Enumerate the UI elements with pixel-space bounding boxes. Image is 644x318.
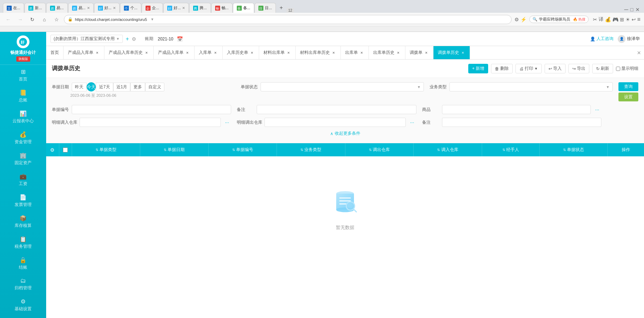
nav-tab-out-order-close[interactable]: ✕ — [359, 50, 364, 55]
delete-button[interactable]: 🗑 删除 — [491, 64, 513, 73]
nav-tab-mat-out-close[interactable]: ✕ — [286, 50, 291, 55]
nav-tab-home[interactable]: 首页 — [46, 46, 64, 60]
service-button[interactable]: 👤 人工咨询 — [590, 36, 613, 42]
th-doc-status[interactable]: ⇅ 单据状态 — [539, 143, 608, 156]
nav-tab-product-in[interactable]: 产成品入库单 ✕ — [64, 46, 104, 60]
nav-tab-transfer-close[interactable]: ✕ — [424, 50, 429, 55]
detail-in-input[interactable] — [80, 118, 221, 127]
nav-tab-in-order[interactable]: 入库单 ✕ — [195, 46, 223, 60]
select-all-checkbox[interactable] — [63, 147, 68, 152]
lightning-icon[interactable]: ⚡ — [520, 17, 526, 22]
th-out-warehouse[interactable]: ⇅ 调出仓库 — [345, 143, 414, 156]
sidebar-item-tax[interactable]: 📋 税务管理 — [0, 232, 46, 253]
browser-tab-11[interactable]: 各 各... — [233, 3, 254, 13]
nav-tab-product-in-close[interactable]: ✕ — [95, 50, 100, 55]
settings-org-icon[interactable]: ⚙ — [132, 36, 136, 42]
th-checkbox[interactable] — [59, 143, 72, 156]
show-cols-checkbox[interactable]: 显示明细 — [616, 66, 638, 72]
nav-tab-product-in2[interactable]: 产成品入库单 ✕ — [154, 46, 195, 60]
undo-icon[interactable]: ↩ — [632, 17, 636, 22]
reload-button[interactable]: ↻ — [28, 15, 37, 24]
nav-tab-transfer-history[interactable]: 调拨单历史 ✕ — [433, 46, 470, 60]
export-button[interactable]: ↪ 导出 — [568, 64, 589, 73]
close-button[interactable]: ✕ — [635, 7, 640, 12]
translate-icon[interactable]: 译 — [599, 16, 604, 23]
sidebar-item-salary[interactable]: 💼 工资 — [0, 169, 46, 190]
browser-tab-close-8[interactable]: ✕ — [182, 6, 185, 10]
org-selector[interactable]: (勿删勿禁用）江西服宝测试专用 ▼ — [50, 35, 123, 43]
all-close-icon[interactable]: ✕ — [637, 50, 641, 56]
date-btn-7days[interactable]: 近7天 — [96, 83, 113, 91]
browser-tab-9[interactable]: 腾 腾... — [189, 3, 211, 13]
nav-tab-product-in2-close[interactable]: ✕ — [185, 50, 190, 55]
nav-tab-out-history[interactable]: 出库单历史 ✕ — [369, 46, 405, 60]
sidebar-item-inventory[interactable]: 📦 库存核算 — [0, 211, 46, 232]
sidebar-item-archive[interactable]: 🗂 归档管理 — [0, 274, 46, 295]
minimize-button[interactable]: ─ — [624, 6, 628, 13]
add-org-button[interactable]: + — [126, 36, 129, 42]
detail-out-input[interactable] — [264, 118, 406, 127]
browser-tab-12[interactable]: 目 目... — [255, 3, 276, 13]
browser-tab-1[interactable]: 文 在... — [3, 3, 24, 13]
tab-nav-close[interactable]: ✕ — [634, 50, 644, 56]
theme-icon[interactable]: ☀ — [626, 17, 630, 22]
scissors-icon[interactable]: ✂ — [593, 17, 597, 22]
note2-input[interactable] — [442, 118, 601, 127]
nav-tab-in-history-close[interactable]: ✕ — [250, 50, 255, 55]
user-info[interactable]: 👤 徐泽华 — [618, 35, 640, 43]
detail-out-ellipsis[interactable]: ··· — [408, 118, 416, 126]
th-handler[interactable]: ⇅ 经手人 — [482, 143, 539, 156]
th-in-warehouse[interactable]: ⇅ 调入仓库 — [414, 143, 482, 156]
browser-tab-close-5[interactable]: ✕ — [113, 6, 116, 10]
query-button[interactable]: 查询 — [618, 82, 638, 91]
forward-button[interactable]: → — [16, 15, 25, 24]
nav-tab-out-history-close[interactable]: ✕ — [396, 50, 401, 55]
browser-tab-4[interactable]: 易 易... ✕ — [68, 3, 94, 13]
goods-ellipsis[interactable]: ··· — [593, 106, 601, 113]
home-button[interactable]: ⌂ — [40, 15, 49, 24]
show-cols-input[interactable] — [616, 67, 620, 71]
menu-icon[interactable]: ≡ — [637, 16, 640, 23]
print-button[interactable]: 🖨 打印 ▼ — [515, 64, 542, 73]
browser-tab-2[interactable]: 易 新... — [24, 3, 46, 13]
th-doc-date[interactable]: ⇅ 单据日期 — [140, 143, 209, 156]
sidebar-item-guide[interactable]: 🎓 新手引导 — [0, 316, 46, 318]
th-biz-type[interactable]: ⇅ 业务类型 — [277, 143, 345, 156]
dropdown-icon[interactable]: ▼ — [151, 17, 154, 21]
nav-tab-mat-out-history-close[interactable]: ✕ — [331, 50, 336, 55]
nav-tab-in-order-close[interactable]: ✕ — [213, 50, 218, 55]
import-button[interactable]: ↩ 导入 — [545, 64, 566, 73]
biz-select[interactable]: ▼ — [449, 82, 613, 91]
sidebar-item-asset[interactable]: 🏢 固定资产 — [0, 149, 46, 169]
nav-tab-transfer[interactable]: 调拨单 ✕ — [405, 46, 433, 60]
detail-in-ellipsis[interactable]: ··· — [223, 118, 231, 126]
date-btn-yesterday[interactable]: 昨天 — [72, 83, 87, 91]
extensions-icon[interactable]: ⚙ — [514, 17, 519, 22]
nav-tab-mat-out-history[interactable]: 材料出库单历史 ✕ — [296, 46, 341, 60]
note-input[interactable] — [257, 105, 416, 114]
browser-tab-6[interactable]: 个 个... — [120, 3, 141, 13]
date-btn-custom[interactable]: 自定义 — [145, 83, 164, 91]
sidebar-item-home[interactable]: ⊞ 首页 — [0, 65, 46, 86]
browser-tab-7[interactable]: 企 企... — [142, 3, 163, 13]
sidebar-item-close[interactable]: 🔒 结账 — [0, 253, 46, 274]
nav-tab-product-in-history[interactable]: 产成品入库单历史 ✕ — [104, 46, 154, 60]
sidebar-item-settings[interactable]: ⚙ 基础设置 — [0, 295, 46, 316]
browser-tab-close-4[interactable]: ✕ — [87, 6, 90, 10]
date-btn-1month[interactable]: 近1月 — [113, 83, 131, 91]
th-doc-type[interactable]: ⇅ 单据类型 — [72, 143, 140, 156]
collapse-btn[interactable]: ∧ 收起更多条件 — [52, 128, 638, 139]
browser-tab-5[interactable]: 好 好... ✕ — [94, 3, 120, 13]
th-doc-num[interactable]: ⇅ 单据编号 — [208, 143, 277, 156]
game-icon[interactable]: 🎮 — [612, 17, 618, 22]
docnum-input[interactable] — [72, 105, 231, 114]
th-settings[interactable]: ⚙ — [46, 143, 59, 156]
tab-add-button[interactable]: + — [276, 3, 286, 13]
refresh-button[interactable]: ↻ 刷新 — [592, 64, 613, 73]
bookmark-button[interactable]: ☆ — [52, 15, 61, 24]
sidebar-item-fund[interactable]: 💰 资金管理 — [0, 128, 46, 149]
maximize-button[interactable]: □ — [631, 7, 633, 12]
settings-filter-button[interactable]: 设置 — [618, 93, 638, 101]
browser-tab-10[interactable]: 畅 畅... — [211, 3, 233, 13]
browser-search-bar[interactable]: 🔍 学霸应聘场驱鸟员 🔥 热搜 — [529, 16, 589, 23]
